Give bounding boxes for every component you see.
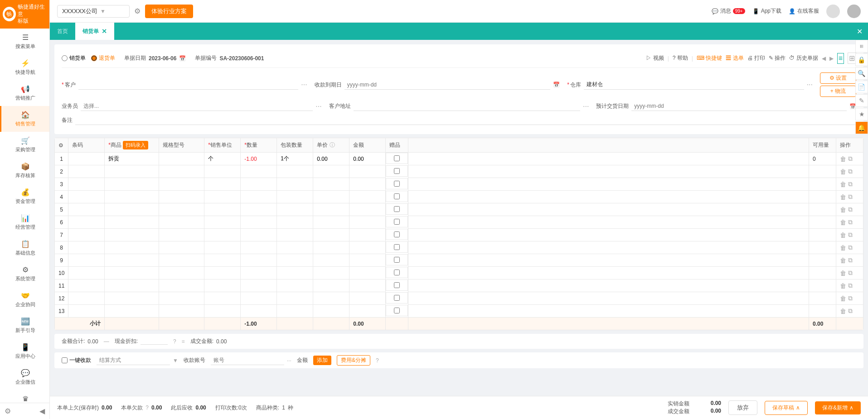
delete-row-icon[interactable]: 🗑	[840, 219, 846, 226]
expected-date-input[interactable]	[631, 101, 847, 111]
barcode-input[interactable]	[72, 207, 101, 213]
salesperson-dots-icon[interactable]: ···	[315, 102, 321, 111]
tab-sales-order[interactable]: 销货单 ✕	[75, 23, 114, 40]
product-input[interactable]	[108, 257, 155, 264]
pkg-qty-input[interactable]	[281, 232, 309, 238]
unit-price-input[interactable]	[317, 169, 345, 175]
product-input[interactable]	[108, 156, 155, 162]
row-unit-price[interactable]	[313, 153, 349, 165]
discount-input[interactable]	[141, 338, 168, 345]
shortcut-btn[interactable]: ⌨ 快捷键	[697, 54, 722, 62]
row-pkg-qty[interactable]	[277, 178, 313, 191]
copy-row-icon[interactable]: ⧉	[848, 180, 853, 188]
spec-input[interactable]	[163, 308, 200, 314]
row-amount[interactable]	[349, 153, 386, 165]
row-product[interactable]	[105, 178, 159, 191]
row-spec[interactable]	[159, 292, 204, 305]
row-gift[interactable]	[386, 279, 408, 291]
row-barcode[interactable]	[68, 267, 105, 279]
amount-input[interactable]	[353, 156, 382, 162]
unit-price-input[interactable]	[317, 257, 345, 264]
sidebar-item-inventory[interactable]: 📦 库存核算	[0, 158, 49, 183]
barcode-input[interactable]	[72, 232, 101, 238]
row-product[interactable]	[105, 229, 159, 241]
unit-input[interactable]	[208, 283, 237, 289]
sidebar-item-finance[interactable]: 💰 资金管理	[0, 183, 49, 209]
copy-row-icon[interactable]: ⧉	[848, 231, 853, 239]
th-settings[interactable]: ⚙	[55, 138, 68, 153]
product-input[interactable]	[108, 169, 155, 175]
unit-price-input[interactable]	[317, 207, 345, 213]
unit-price-input[interactable]	[317, 181, 345, 188]
row-spec[interactable]	[159, 203, 204, 216]
operate-btn[interactable]: ✎ 操作	[769, 54, 786, 62]
qty-input[interactable]	[244, 181, 273, 188]
copy-row-icon[interactable]: ⧉	[848, 155, 853, 163]
qty-input[interactable]	[244, 156, 273, 162]
row-unit-price[interactable]	[313, 165, 349, 178]
select-cols-btn[interactable]: ☰ 选单	[726, 54, 743, 62]
unit-input[interactable]	[208, 232, 237, 238]
pkg-qty-input[interactable]	[281, 156, 309, 162]
product-input[interactable]	[108, 245, 155, 251]
row-unit-price[interactable]	[313, 178, 349, 191]
product-input[interactable]	[108, 219, 155, 226]
row-product[interactable]	[105, 267, 159, 279]
spec-input[interactable]	[163, 194, 200, 200]
row-amount[interactable]	[349, 203, 386, 216]
unit-input[interactable]	[208, 270, 237, 276]
delete-row-icon[interactable]: 🗑	[840, 270, 846, 277]
save-new-button[interactable]: 保存&新增 ∧	[815, 401, 861, 414]
gift-checkbox[interactable]	[394, 270, 400, 275]
customer-input[interactable]	[78, 80, 299, 90]
pkg-qty-input[interactable]	[281, 181, 309, 188]
row-qty[interactable]	[241, 267, 277, 279]
unit-input[interactable]	[208, 219, 237, 226]
gift-checkbox[interactable]	[394, 155, 400, 161]
gift-checkbox[interactable]	[394, 231, 400, 237]
barcode-input[interactable]	[72, 194, 101, 200]
gift-checkbox[interactable]	[394, 206, 400, 212]
row-barcode[interactable]	[68, 203, 105, 216]
row-barcode[interactable]	[68, 254, 105, 267]
row-barcode[interactable]	[68, 305, 105, 318]
row-spec[interactable]	[159, 153, 204, 165]
sidebar-item-sales[interactable]: 🏠 销售管理	[0, 106, 49, 132]
row-unit[interactable]	[204, 165, 241, 178]
row-product[interactable]	[105, 292, 159, 305]
row-unit[interactable]	[204, 305, 241, 318]
barcode-input[interactable]	[72, 219, 101, 226]
tab-home[interactable]: 首页	[50, 23, 75, 40]
row-spec[interactable]	[159, 165, 204, 178]
row-gift[interactable]	[386, 216, 408, 227]
calendar-icon[interactable]: 📅	[179, 55, 186, 62]
row-amount[interactable]	[349, 279, 386, 292]
unit-price-input[interactable]	[317, 219, 345, 226]
amount-input[interactable]	[353, 245, 382, 251]
settings-gear-icon[interactable]: ⚙	[58, 142, 63, 149]
gift-checkbox[interactable]	[394, 308, 400, 313]
barcode-input[interactable]	[72, 245, 101, 251]
gift-checkbox[interactable]	[394, 181, 400, 187]
row-pkg-qty[interactable]	[277, 153, 313, 165]
addr-dots-icon[interactable]: ···	[583, 102, 589, 111]
row-gift[interactable]	[386, 191, 408, 202]
row-amount[interactable]	[349, 241, 386, 254]
panel-btn-4[interactable]: 📄	[855, 81, 868, 93]
radio-sales[interactable]: 销货单	[62, 54, 86, 62]
row-amount[interactable]	[349, 178, 386, 191]
row-unit-price[interactable]	[313, 203, 349, 216]
spec-input[interactable]	[163, 207, 200, 213]
product-input[interactable]	[108, 232, 155, 238]
row-qty[interactable]	[241, 216, 277, 229]
pkg-qty-input[interactable]	[281, 270, 309, 276]
row-amount[interactable]	[349, 165, 386, 178]
panel-btn-6[interactable]: ★	[855, 108, 868, 120]
payment-account-input[interactable]	[211, 356, 284, 365]
product-input[interactable]	[108, 295, 155, 302]
row-unit-price[interactable]	[313, 305, 349, 318]
copy-row-icon[interactable]: ⧉	[848, 256, 853, 264]
row-pkg-qty[interactable]	[277, 305, 313, 318]
row-product[interactable]	[105, 165, 159, 178]
amount-input[interactable]	[353, 295, 382, 302]
